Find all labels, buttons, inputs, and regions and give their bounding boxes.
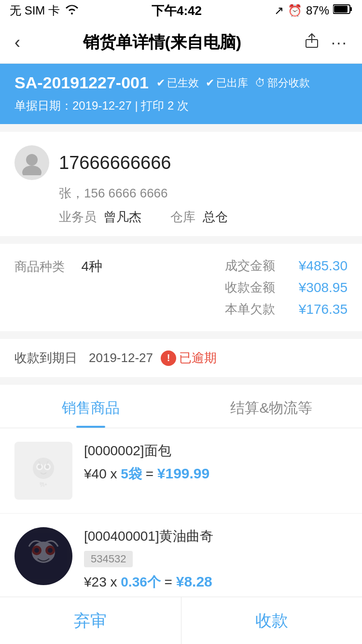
svg-point-16 — [34, 548, 39, 553]
check-icon-1: ✔ — [156, 77, 165, 89]
customer-section: 17666666666 张，156 6666 6666 业务员 曾凡杰 仓库 总… — [0, 132, 362, 236]
price-unit-2: ¥23 — [84, 574, 107, 589]
product-thumbnail-1: 鸮+ — [14, 442, 72, 500]
svg-rect-2 — [334, 6, 348, 13]
total-2: ¥8.28 — [176, 574, 212, 589]
collect-payment-button[interactable]: 收款 — [181, 597, 362, 644]
svg-rect-1 — [350, 7, 352, 11]
warehouse-value: 总仓 — [203, 210, 228, 224]
order-header: SA-20191227-001 ✔ 已生效 ✔ 已出库 ⏱ 部分收款 单据日期：… — [0, 64, 362, 124]
debt-value: ¥176.35 — [285, 302, 348, 317]
nav-actions: ··· — [304, 33, 348, 52]
received-row: 收款金额 ¥308.95 — [225, 279, 348, 296]
share-icon[interactable] — [304, 33, 320, 52]
more-icon[interactable]: ··· — [331, 33, 348, 52]
received-label: 收款金额 — [225, 279, 275, 296]
avatar — [14, 145, 49, 180]
amount-value: ¥485.30 — [285, 258, 348, 274]
battery-icon — [333, 4, 352, 17]
order-meta: 单据日期：2019-12-27 | 打印 2 次 — [14, 98, 348, 113]
price-unit-1: ¥40 — [84, 466, 107, 481]
status-badges: ✔ 已生效 ✔ 已出库 ⏱ 部分收款 — [156, 76, 310, 90]
tab-sales-products[interactable]: 销售商品 — [0, 385, 181, 428]
customer-details: 业务员 曾凡杰 仓库 总仓 — [59, 209, 348, 225]
customer-sub: 张，156 6666 6666 — [59, 185, 348, 202]
total-1: ¥199.99 — [157, 465, 209, 481]
battery-level: 87% — [306, 4, 329, 17]
abandon-review-button[interactable]: 弃审 — [0, 597, 181, 644]
product-list: 鸮+ [0000002]面包 ¥40 x 5袋 = ¥199.99 — [0, 428, 362, 605]
tab-settlement[interactable]: 结算&物流等 — [181, 385, 362, 428]
status-bar: 无 SIM 卡 下午4:42 ↗ ⏰ 87% — [0, 0, 362, 21]
svg-text:鸮+: 鸮+ — [40, 482, 47, 487]
product-type-info: 商品种类 4种 — [14, 257, 102, 280]
order-id: SA-20191227-001 — [14, 73, 149, 92]
overdue-icon: ! — [161, 350, 176, 366]
svg-point-5 — [22, 166, 42, 175]
product-price-1: ¥40 x 5袋 = ¥199.99 — [84, 465, 348, 483]
alarm-icon: ⏰ — [288, 4, 302, 17]
product-type-label: 商品种类 — [14, 259, 65, 274]
status-shipped: ✔ 已出库 — [206, 76, 248, 90]
customer-phone: 17666666666 — [59, 153, 171, 173]
sales-info: 业务员 曾凡杰 — [59, 209, 141, 225]
svg-point-17 — [48, 548, 53, 553]
product-tag-2: 534532 — [84, 551, 133, 567]
list-item: 鸮+ [0000002]面包 ¥40 x 5袋 = ¥199.99 — [0, 428, 362, 514]
back-button[interactable]: ‹ — [14, 32, 20, 53]
warehouse-label: 仓库 — [170, 210, 195, 224]
svg-point-9 — [38, 465, 42, 469]
due-date-section: 收款到期日 2019-12-27 ! 已逾期 — [0, 339, 362, 377]
nav-bar: ‹ 销货单详情(来自电脑) ··· — [0, 21, 362, 64]
product-name-1: [0000002]面包 — [84, 442, 348, 460]
amount-row: 成交金额 ¥485.30 — [225, 257, 348, 274]
summary-section: 商品种类 4种 成交金额 ¥485.30 收款金额 ¥308.95 本单欠款 ¥… — [0, 244, 362, 331]
product-price-2: ¥23 x 0.36个 = ¥8.28 — [84, 573, 348, 591]
status-partial: ⏱ 部分收款 — [255, 76, 310, 90]
due-date-value: 2019-12-27 — [89, 350, 153, 365]
product-info-1: [0000002]面包 ¥40 x 5袋 = ¥199.99 — [84, 442, 348, 483]
status-time: 下午4:42 — [152, 2, 202, 19]
amount-label: 成交金额 — [225, 257, 275, 274]
debt-label: 本单欠款 — [225, 301, 275, 318]
status-left: 无 SIM 卡 — [10, 3, 79, 18]
overdue-badge: ! 已逾期 — [161, 350, 217, 366]
product-name-2: [000400001]黄油曲奇 — [84, 527, 348, 546]
check-icon-2: ✔ — [206, 77, 214, 89]
clock-icon: ⏱ — [255, 77, 265, 89]
product-type-value: 4种 — [81, 259, 102, 274]
svg-point-10 — [45, 465, 49, 469]
qty-1: 5袋 — [121, 466, 142, 481]
product-info-2: [000400001]黄油曲奇 534532 ¥23 x 0.36个 = ¥8.… — [84, 527, 348, 591]
location-icon: ↗ — [274, 4, 284, 17]
wifi-icon — [65, 4, 79, 17]
page-title: 销货单详情(来自电脑) — [83, 31, 242, 54]
tabs-section: 销售商品 结算&物流等 — [0, 385, 362, 428]
due-date-label: 收款到期日 — [14, 350, 77, 366]
qty-2: 0.36个 — [121, 574, 161, 589]
list-item: [000400001]黄油曲奇 534532 ¥23 x 0.36个 = ¥8.… — [0, 514, 362, 605]
status-effective: ✔ 已生效 — [156, 76, 199, 90]
svg-point-4 — [26, 154, 38, 166]
status-right: ↗ ⏰ 87% — [274, 4, 352, 17]
sales-value: 曾凡杰 — [104, 210, 141, 224]
financial-summary: 成交金额 ¥485.30 收款金额 ¥308.95 本单欠款 ¥176.35 — [225, 257, 348, 318]
debt-row: 本单欠款 ¥176.35 — [225, 301, 348, 318]
tabs-row: 销售商品 结算&物流等 — [0, 385, 362, 428]
warehouse-info: 仓库 总仓 — [170, 209, 228, 225]
customer-main-row: 17666666666 — [14, 145, 348, 180]
product-thumbnail-2 — [14, 527, 72, 585]
received-value: ¥308.95 — [285, 280, 348, 295]
svg-point-6 — [33, 458, 54, 479]
bottom-bar: 弃审 收款 — [0, 597, 362, 644]
sim-status: 无 SIM 卡 — [10, 3, 60, 18]
sales-label: 业务员 — [59, 210, 97, 224]
overdue-text: 已逾期 — [179, 350, 217, 366]
